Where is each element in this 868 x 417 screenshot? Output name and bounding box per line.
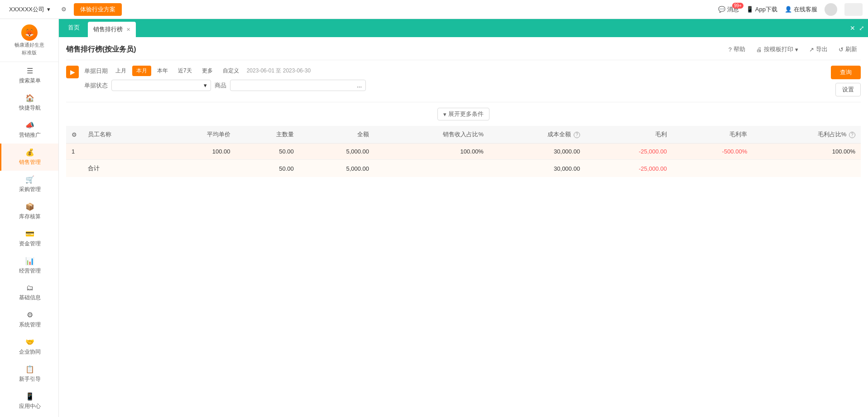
col-settings[interactable]: ⚙ xyxy=(66,126,82,144)
sidebar-item-inventory[interactable]: 📦 库存核算 xyxy=(0,198,58,225)
logo-icon: 🦊 xyxy=(21,24,38,41)
cell-rank: 1 xyxy=(66,144,82,160)
period-last-month[interactable]: 上月 xyxy=(111,66,130,76)
data-table: ⚙ 员工名称 平均单价 主数量 全额 销售收入占比% 成本全额 ? 毛利 毛利率… xyxy=(66,126,861,177)
export-label: 导出 xyxy=(816,45,828,53)
cell-gross-rate: -500.00% xyxy=(672,144,753,160)
refresh-button[interactable]: ↺ 刷新 xyxy=(835,43,861,55)
page-content: 销售排行榜(按业务员) ? 帮助 🖨 按模板打印 ▾ ↗ xyxy=(59,37,868,417)
finance-icon: 💳 xyxy=(25,230,34,238)
sidebar-item-guide[interactable]: 📋 新手引导 xyxy=(0,360,58,388)
expand-chevron-icon: ▾ xyxy=(443,111,446,118)
gear-icon: ⚙ xyxy=(61,6,67,13)
query-button[interactable]: 查询 xyxy=(831,66,861,79)
sidebar-item-operations[interactable]: 📊 经营管理 xyxy=(0,252,58,279)
col-gross-pct: 毛利占比% ? xyxy=(753,126,861,144)
period-7days[interactable]: 近7天 xyxy=(174,66,196,76)
tab-label: 销售排行榜 xyxy=(93,25,123,34)
content-area: 首页 销售排行榜 ✕ ✕ ⤢ 销售排行榜(按业务员) ? 帮助 xyxy=(59,19,868,417)
filter-row-2: 单据状态 ▾ 商品 ... xyxy=(84,80,825,91)
sidebar-item-search[interactable]: ☰ 搜索菜单 xyxy=(0,62,58,89)
date-filter-label: 单据日期 xyxy=(84,67,108,75)
sidebar-item-quick-nav[interactable]: 🏠 快捷导航 xyxy=(0,89,58,116)
cell-sales-pct: 100.00% xyxy=(374,144,489,160)
help-button[interactable]: ? 帮助 xyxy=(725,43,749,55)
tab-home[interactable]: 首页 xyxy=(61,19,87,37)
cell-gross: -25,000.00 xyxy=(585,144,672,160)
period-more[interactable]: 更多 xyxy=(198,66,217,76)
sidebar-item-system[interactable]: ⚙ 系统管理 xyxy=(0,306,58,333)
cell-gross-pct: 100.00% xyxy=(753,144,861,160)
period-custom[interactable]: 自定义 xyxy=(219,66,243,76)
window-expand-icon[interactable]: ⤢ xyxy=(859,24,864,32)
apps-icon: 📱 xyxy=(25,392,34,401)
col-cost: 成本全额 ? xyxy=(489,126,585,144)
trial-button[interactable]: 体验行业方案 xyxy=(74,3,122,16)
sidebar-item-marketing[interactable]: 📣 营销推广 xyxy=(0,116,58,144)
cost-help-icon[interactable]: ? xyxy=(574,132,580,138)
sidebar-item-enterprise[interactable]: 🤝 企业协同 xyxy=(0,333,58,360)
sidebar: 🦊 畅康通好生意 标准版 ☰ 搜索菜单 🏠 快捷导航 📣 营销推广 💰 销售管理… xyxy=(0,19,59,417)
logo-text: 畅康通好生意 xyxy=(14,42,44,48)
period-buttons: 上月 本月 本年 近7天 更多 自定义 xyxy=(111,66,243,76)
service-icon: 👤 xyxy=(785,6,792,13)
app-download-label: App下载 xyxy=(755,5,777,14)
header-settings-button[interactable]: ⚙ xyxy=(58,3,70,16)
app-download-button[interactable]: 📱 App下载 xyxy=(746,5,777,14)
sidebar-item-label: 采购管理 xyxy=(19,186,41,193)
logo-subtext: 标准版 xyxy=(22,49,37,56)
sales-icon: 💰 xyxy=(25,148,34,157)
settings-panel-button[interactable]: 设置 xyxy=(835,83,861,96)
goods-select[interactable]: ... xyxy=(230,80,366,91)
window-close-icon[interactable]: ✕ xyxy=(850,24,855,32)
online-service-label: 在线客服 xyxy=(794,5,817,14)
user-name-area xyxy=(844,3,863,16)
search-menu-icon: ☰ xyxy=(27,67,33,75)
footer-label: 合计 xyxy=(82,160,159,177)
table-footer: 合计 50.00 5,000.00 30,000.00 -25,000.00 xyxy=(66,160,861,177)
sidebar-item-label: 营销推广 xyxy=(19,131,41,139)
guide-icon: 📋 xyxy=(25,365,34,374)
sidebar-item-label: 应用中心 xyxy=(19,403,41,410)
status-select[interactable]: ▾ xyxy=(111,80,211,91)
footer-empty1 xyxy=(66,160,82,177)
operations-icon: 📊 xyxy=(25,257,34,265)
enterprise-icon: 🤝 xyxy=(25,338,34,346)
sidebar-item-label: 新手引导 xyxy=(19,375,41,383)
main-layout: 🦊 畅康通好生意 标准版 ☰ 搜索菜单 🏠 快捷导航 📣 营销推广 💰 销售管理… xyxy=(0,19,868,417)
sidebar-item-label: 搜索菜单 xyxy=(19,77,41,85)
avatar[interactable] xyxy=(825,3,837,16)
tab-sales-ranking[interactable]: 销售排行榜 ✕ xyxy=(88,22,136,37)
period-current-month[interactable]: 本月 xyxy=(132,66,151,76)
sidebar-item-wechat[interactable]: 💬 企业微信 xyxy=(0,415,58,417)
sidebar-item-finance[interactable]: 💳 资金管理 xyxy=(0,225,58,252)
export-button[interactable]: ↗ 导出 xyxy=(806,43,831,55)
company-chevron: ▾ xyxy=(47,6,50,13)
sidebar-item-purchase[interactable]: 🛒 采购管理 xyxy=(0,171,58,198)
cell-amount: 5,000.00 xyxy=(299,144,374,160)
table-header: ⚙ 员工名称 平均单价 主数量 全额 销售收入占比% 成本全额 ? 毛利 毛利率… xyxy=(66,126,861,144)
page-title: 销售排行榜(按业务员) xyxy=(66,45,136,54)
filter-row-1: 单据日期 上月 本月 本年 近7天 更多 自定义 2023-06-01 至 20… xyxy=(84,66,825,76)
sidebar-item-label: 库存核算 xyxy=(19,213,41,220)
expand-conditions-button[interactable]: ▾ 展开更多条件 xyxy=(437,108,489,120)
period-current-year[interactable]: 本年 xyxy=(153,66,172,76)
sidebar-item-apps[interactable]: 📱 应用中心 xyxy=(0,388,58,415)
status-filter-label: 单据状态 xyxy=(84,81,108,90)
sidebar-item-label: 快捷导航 xyxy=(19,104,41,112)
sidebar-item-sales[interactable]: 💰 销售管理 xyxy=(0,144,58,171)
col-amount: 全额 xyxy=(299,126,374,144)
online-service-button[interactable]: 👤 在线客服 xyxy=(785,5,817,14)
goods-more: ... xyxy=(357,82,362,89)
print-button[interactable]: 🖨 按模板打印 ▾ xyxy=(753,43,802,55)
date-range-display: 2023-06-01 至 2023-06-30 xyxy=(247,67,311,75)
tab-close-button[interactable]: ✕ xyxy=(126,27,130,33)
company-selector[interactable]: XXXXXX公司 ▾ xyxy=(5,4,54,15)
sidebar-item-basic[interactable]: 🗂 基础信息 xyxy=(0,279,58,306)
sidebar-item-label: 企业协同 xyxy=(19,348,41,356)
gross-pct-help-icon[interactable]: ? xyxy=(849,132,855,138)
footer-cost: 30,000.00 xyxy=(489,160,585,177)
filter-collapse-arrow[interactable]: ▶ xyxy=(66,66,79,78)
purchase-icon: 🛒 xyxy=(25,175,34,184)
message-button[interactable]: 💬 消息 99+ xyxy=(718,5,739,14)
